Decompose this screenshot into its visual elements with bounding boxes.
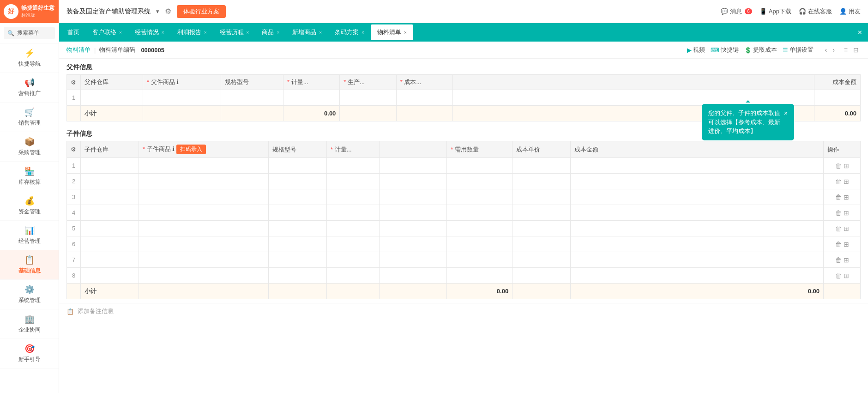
- user-button[interactable]: 👤 用友: [839, 7, 861, 16]
- parent-row-1-unit[interactable]: [283, 90, 340, 106]
- child-row-8-goods[interactable]: [139, 268, 269, 284]
- child-row-8-qty[interactable]: [447, 268, 512, 284]
- child-row-1-warehouse[interactable]: [81, 158, 139, 174]
- child-row-7-unit[interactable]: [327, 252, 380, 268]
- child-row-6-qty[interactable]: [447, 236, 512, 252]
- parent-col-settings[interactable]: ⚙: [67, 75, 81, 90]
- child-row-8-spec[interactable]: [269, 268, 327, 284]
- tab-goods[interactable]: 商品 ×: [255, 24, 286, 40]
- tab-customer[interactable]: 客户联络 ×: [86, 24, 128, 40]
- tab-bom[interactable]: 物料清单 ×: [371, 24, 413, 40]
- tab-barcode-close[interactable]: ×: [362, 30, 364, 35]
- child-row-4-qty[interactable]: [447, 205, 512, 221]
- sidebar-item-sales[interactable]: 🛒 销售管理: [0, 103, 59, 132]
- sidebar-item-quick-nav[interactable]: ⚡ 快捷导航: [0, 43, 59, 73]
- child-row-1-goods[interactable]: [139, 158, 269, 174]
- child-row-3-warehouse[interactable]: [81, 189, 139, 205]
- delete-icon-1[interactable]: 🗑: [835, 162, 842, 169]
- parent-row-1-spec[interactable]: [221, 90, 283, 106]
- tab-customer-close[interactable]: ×: [119, 30, 122, 35]
- parent-row-1-cost[interactable]: [396, 90, 452, 106]
- child-row-5-unit[interactable]: [327, 221, 380, 236]
- parent-row-1-produce[interactable]: [340, 90, 396, 106]
- setting-btn[interactable]: ☰ 单据设置: [783, 46, 814, 54]
- child-row-5-qty[interactable]: [447, 221, 512, 236]
- grid-view-btn[interactable]: ⊟: [851, 45, 861, 54]
- child-row-4-warehouse[interactable]: [81, 205, 139, 221]
- tab-goods-close[interactable]: ×: [277, 30, 279, 35]
- close-tab-btn[interactable]: ✕: [854, 27, 866, 38]
- child-row-6-goods[interactable]: [139, 236, 269, 252]
- sidebar-item-marketing[interactable]: 📢 营销推广: [0, 73, 59, 103]
- child-row-8-warehouse[interactable]: [81, 268, 139, 284]
- next-arrow[interactable]: ›: [831, 45, 837, 54]
- child-row-6-unit-cost[interactable]: [512, 236, 571, 252]
- tab-barcode[interactable]: 条码方案 ×: [328, 24, 371, 40]
- child-row-8-unit-cost[interactable]: [512, 268, 571, 284]
- system-dropdown[interactable]: ▾: [156, 8, 159, 15]
- delete-icon-6[interactable]: 🗑: [835, 241, 842, 248]
- child-row-5-goods[interactable]: [139, 221, 269, 236]
- sidebar-item-guide[interactable]: 🎯 新手引导: [0, 339, 59, 369]
- sidebar-item-enterprise[interactable]: 🏢 企业协同: [0, 309, 59, 339]
- child-row-7-qty[interactable]: [447, 252, 512, 268]
- sidebar-item-finance[interactable]: 💰 资金管理: [0, 191, 59, 221]
- child-row-3-spec[interactable]: [269, 189, 327, 205]
- parent-row-1-warehouse[interactable]: [81, 90, 143, 106]
- child-row-2-goods[interactable]: [139, 174, 269, 189]
- list-view-btn[interactable]: ≡: [842, 45, 850, 54]
- tab-profit-close[interactable]: ×: [204, 30, 207, 35]
- child-row-3-goods[interactable]: [139, 189, 269, 205]
- delete-icon-4[interactable]: 🗑: [835, 209, 842, 217]
- tab-operation-status[interactable]: 经营情况 ×: [128, 24, 171, 40]
- child-row-7-unit-cost[interactable]: [512, 252, 571, 268]
- copy-icon-3[interactable]: ⊞: [844, 193, 849, 201]
- tab-add-goods[interactable]: 新增商品 ×: [286, 24, 328, 40]
- tab-operation-status-close[interactable]: ×: [162, 30, 164, 35]
- child-row-7-goods[interactable]: [139, 252, 269, 268]
- child-row-3-unit[interactable]: [327, 189, 380, 205]
- child-row-7-warehouse[interactable]: [81, 252, 139, 268]
- child-row-2-qty[interactable]: [447, 174, 512, 189]
- search-menu-button[interactable]: 🔍 搜索菜单: [4, 27, 55, 39]
- delete-icon-2[interactable]: 🗑: [835, 178, 842, 185]
- scan-button[interactable]: 扫码录入: [176, 145, 206, 154]
- trial-button[interactable]: 体验行业方案: [177, 5, 226, 18]
- tab-add-goods-close[interactable]: ×: [319, 30, 322, 35]
- child-row-5-warehouse[interactable]: [81, 221, 139, 236]
- child-row-6-unit[interactable]: [327, 236, 380, 252]
- child-row-2-spec[interactable]: [269, 174, 327, 189]
- child-row-6-warehouse[interactable]: [81, 236, 139, 252]
- copy-icon-2[interactable]: ⊞: [844, 178, 849, 185]
- delete-icon-5[interactable]: 🗑: [835, 225, 842, 232]
- tab-history[interactable]: 经营历程 ×: [213, 24, 256, 40]
- copy-icon-1[interactable]: ⊞: [844, 162, 849, 169]
- prev-arrow[interactable]: ‹: [823, 45, 829, 54]
- sidebar-item-operation[interactable]: 📊 经营管理: [0, 221, 59, 250]
- sidebar-item-inventory[interactable]: 🏪 库存核算: [0, 162, 59, 191]
- shortcut-btn[interactable]: ⌨ 快捷键: [711, 46, 739, 54]
- tab-history-close[interactable]: ×: [247, 30, 249, 35]
- child-row-1-spec[interactable]: [269, 158, 327, 174]
- child-row-6-spec[interactable]: [269, 236, 327, 252]
- view-btn[interactable]: ▶ 视频: [687, 46, 705, 54]
- child-row-4-goods[interactable]: [139, 205, 269, 221]
- copy-icon-5[interactable]: ⊞: [844, 225, 849, 232]
- child-row-4-spec[interactable]: [269, 205, 327, 221]
- gear-icon[interactable]: ⚙: [165, 7, 171, 16]
- parent-row-1-goods[interactable]: [143, 90, 221, 106]
- child-row-2-unit-cost[interactable]: [512, 174, 571, 189]
- sidebar-item-basic[interactable]: 📋 基础信息: [0, 250, 59, 280]
- app-download-button[interactable]: 📱 App下载: [760, 7, 791, 16]
- child-row-2-unit[interactable]: [327, 174, 380, 189]
- copy-icon-7[interactable]: ⊞: [844, 256, 849, 264]
- copy-icon-6[interactable]: ⊞: [844, 241, 849, 248]
- child-row-1-qty[interactable]: [447, 158, 512, 174]
- message-button[interactable]: 💬 消息 6: [721, 7, 752, 16]
- tab-profit[interactable]: 利润报告 ×: [171, 24, 213, 40]
- tooltip-close-btn[interactable]: ×: [784, 109, 788, 118]
- child-row-1-unit[interactable]: [327, 158, 380, 174]
- sidebar-item-purchase[interactable]: 📦 采购管理: [0, 132, 59, 162]
- delete-icon-8[interactable]: 🗑: [835, 272, 842, 279]
- child-row-2-warehouse[interactable]: [81, 174, 139, 189]
